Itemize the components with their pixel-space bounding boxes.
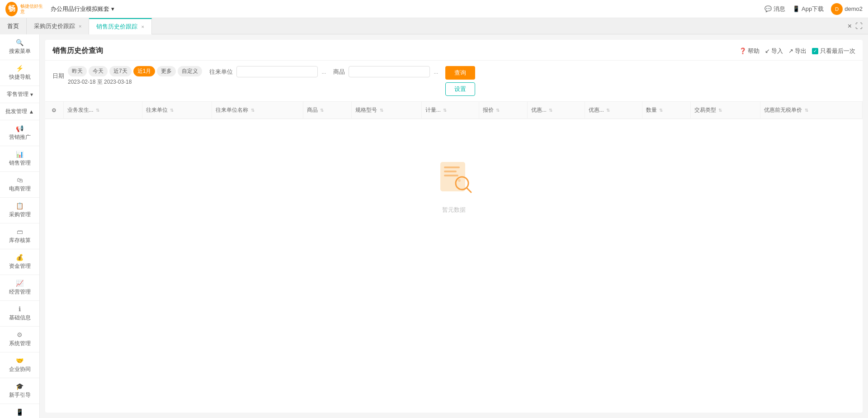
help-btn[interactable]: ❓ 帮助 (739, 47, 760, 55)
filter-area: 日期 昨天 今天 近7天 近1月 更多 自定义 2023-02-18 至 202… (45, 61, 863, 102)
sidebar-label-basic-info: 基础信息 (9, 314, 31, 322)
app-download-btn[interactable]: 📱 App下载 (793, 5, 824, 13)
import-btn[interactable]: ↙ 导入 (765, 47, 783, 55)
export-btn[interactable]: ↗ 导出 (788, 47, 807, 55)
marketing-icon: 📢 (16, 125, 24, 132)
sidebar-label-finance: 资金管理 (9, 262, 31, 270)
partner-dots-btn[interactable]: ... (321, 69, 326, 75)
th-discount2-label: 优惠... (589, 107, 604, 113)
date-yesterday-btn[interactable]: 昨天 (68, 66, 87, 76)
th-unit[interactable]: 计量... ⇅ (421, 102, 479, 119)
th-settings[interactable]: ⚙ (45, 102, 63, 119)
lightning-icon: ⚡ (16, 65, 24, 72)
sidebar-label-sales: 销售管理 (9, 159, 31, 167)
date-more-btn[interactable]: 更多 (157, 66, 176, 76)
handshake-icon: 🤝 (16, 357, 24, 364)
user-area[interactable]: D demo2 (831, 3, 863, 15)
top-bar: 畅 畅捷信好生意 办公用品行业模拟账套 ▾ 💬 消息 📱 App下载 D dem… (0, 0, 868, 18)
sidebar-label-search: 搜索菜单 (9, 48, 31, 55)
th-partner-name[interactable]: 往来单位名称 ⇅ (212, 102, 303, 119)
th-partner-name-label: 往来单位名称 (216, 107, 248, 113)
inventory-icon: 🗃 (17, 228, 23, 235)
sidebar-item-purchase[interactable]: 📋 采购管理 (0, 198, 39, 223)
app-icon: 📱 (16, 408, 24, 416)
logo-text: 畅捷信好生意 (20, 4, 43, 14)
th-quote-label: 报价 (483, 107, 494, 113)
date-filter-group: 日期 昨天 今天 近7天 近1月 更多 自定义 2023-02-18 至 202… (52, 66, 202, 86)
page-container: 销售历史价查询 ❓ 帮助 ↙ 导入 ↗ 导出 ✓ (45, 40, 863, 413)
partner-input[interactable] (236, 66, 318, 77)
query-btn[interactable]: 查询 (445, 66, 475, 80)
sidebar-item-inventory[interactable]: 🗃 库存核算 (0, 223, 39, 249)
sort-biz-date-icon: ⇅ (96, 108, 99, 113)
sidebar-item-ecommerce[interactable]: 🛍 电商管理 (0, 172, 39, 198)
sidebar-item-search-menu[interactable]: 🔍 搜索菜单 (0, 34, 39, 60)
close-window-btn[interactable]: × (848, 22, 852, 30)
partner-filter: 往来单位 ... (209, 66, 326, 77)
settings-btn[interactable]: 设置 (445, 82, 475, 96)
app-selector[interactable]: 办公用品行业模拟账套 ▾ (47, 3, 118, 15)
th-biz-date-label: 业务发生... (67, 107, 94, 113)
th-unit-label: 计量... (425, 107, 441, 113)
date-range-display: 2023-02-18 至 2023-03-18 (68, 78, 202, 86)
close-sales-tab-icon[interactable]: × (141, 24, 144, 29)
svg-line-5 (467, 188, 471, 192)
sidebar-item-retail[interactable]: 零售管理 ▾ (0, 86, 39, 103)
date-today-btn[interactable]: 今天 (89, 66, 108, 76)
th-spec[interactable]: 规格型号 ⇅ (352, 102, 422, 119)
product-dots-btn[interactable]: ... (434, 69, 438, 75)
purchase-history-tab-label: 采购历史价跟踪 (34, 22, 75, 30)
import-icon: ↙ (765, 48, 770, 54)
sidebar-label-inventory: 库存核算 (9, 237, 31, 244)
th-biz-date[interactable]: 业务发生... ⇅ (63, 102, 142, 119)
chevron-down-icon: ▾ (111, 5, 114, 12)
sort-pretax-price-icon: ⇅ (805, 108, 808, 113)
sidebar-item-wholesale[interactable]: 批发管理 ▲ (0, 103, 39, 120)
sidebar-item-marketing[interactable]: 📢 营销推广 (0, 120, 39, 146)
maximize-window-btn[interactable]: ⛶ (855, 22, 863, 30)
th-trade-type[interactable]: 交易类型 ⇅ (690, 102, 760, 119)
sidebar-item-sales[interactable]: 📊 销售管理 (0, 146, 39, 172)
message-icon: 💬 (764, 5, 772, 12)
sidebar-label-wholesale: 批发管理 (5, 108, 27, 115)
th-discount2[interactable]: 优惠... ⇅ (585, 102, 642, 119)
product-input[interactable] (349, 66, 430, 77)
th-quantity[interactable]: 数量 ⇅ (642, 102, 690, 119)
date-custom-btn[interactable]: 自定义 (178, 66, 202, 76)
tab-purchase-history[interactable]: 采购历史价跟踪 × (27, 18, 89, 34)
th-product[interactable]: 商品 ⇅ (303, 102, 352, 119)
sidebar-item-operations[interactable]: 📈 经营管理 (0, 275, 39, 301)
svg-rect-2 (444, 171, 457, 172)
th-partner-code[interactable]: 往来单位 ⇅ (142, 102, 212, 119)
th-discount1[interactable]: 优惠... ⇅ (527, 102, 585, 119)
page-title: 销售历史价查询 (52, 46, 103, 56)
close-purchase-tab-icon[interactable]: × (79, 24, 81, 29)
sidebar-item-finance[interactable]: 💰 资金管理 (0, 249, 39, 275)
sidebar-label-ecommerce: 电商管理 (9, 185, 31, 193)
message-btn[interactable]: 💬 消息 (764, 5, 785, 13)
th-trade-type-label: 交易类型 (694, 107, 716, 113)
only-last-checkbox[interactable]: ✓ 只看最后一次 (812, 47, 855, 55)
th-pretax-price[interactable]: 优惠前无税单价 ⇅ (760, 102, 863, 119)
sidebar-item-basic-info[interactable]: ℹ 基础信息 (0, 301, 39, 327)
date-1month-btn[interactable]: 近1月 (133, 66, 156, 76)
tab-sales-history[interactable]: 销售历史价跟踪 × (89, 18, 151, 34)
sidebar-label-system: 系统管理 (9, 340, 31, 347)
sort-quote-icon: ⇅ (496, 108, 500, 113)
sidebar-item-system[interactable]: ⚙ 系统管理 (0, 327, 39, 352)
column-settings-icon[interactable]: ⚙ (52, 107, 57, 114)
product-filter: 商品 ... (333, 66, 438, 77)
empty-icon (431, 155, 476, 200)
sidebar-item-enterprise[interactable]: 🤝 企业协同 (0, 352, 39, 378)
th-spec-label: 规格型号 (355, 107, 377, 113)
sidebar-item-app-center[interactable]: 📱 应用中心 (0, 404, 39, 418)
sidebar-label-new-guide: 新手引导 (9, 391, 31, 399)
th-discount1-label: 优惠... (531, 107, 547, 113)
tab-home[interactable]: 首页 (0, 18, 27, 34)
sort-unit-icon: ⇅ (443, 108, 447, 113)
sidebar-item-new-guide[interactable]: 🎓 新手引导 (0, 378, 39, 404)
th-quote[interactable]: 报价 ⇅ (479, 102, 527, 119)
sidebar-item-quick-nav[interactable]: ⚡ 快捷导航 (0, 60, 39, 86)
date-7days-btn[interactable]: 近7天 (109, 66, 132, 76)
page-actions: ❓ 帮助 ↙ 导入 ↗ 导出 ✓ 只看最后一次 (739, 47, 855, 55)
